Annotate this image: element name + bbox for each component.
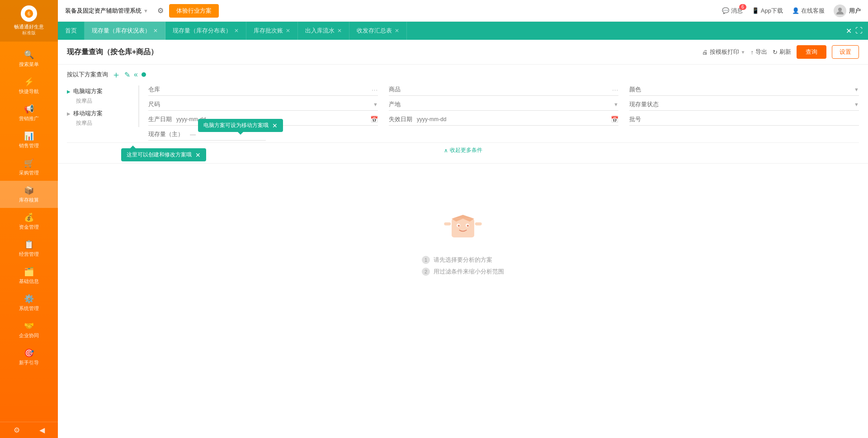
sales-icon: 📊 xyxy=(24,131,34,141)
add-scheme-btn[interactable]: ＋ xyxy=(112,70,121,79)
system-name: 装备及固定资产辅助管理系统 xyxy=(65,7,142,15)
sidebar-item-marketing[interactable]: 📢 营销推广 xyxy=(0,99,58,127)
sidebar-item-label: 企业协同 xyxy=(19,332,39,339)
system-select[interactable]: 装备及固定资产辅助管理系统 ▼ xyxy=(65,7,148,15)
tooltip-scheme-mobile: 电脑方案可设为移动方案哦 ✕ xyxy=(198,119,283,132)
tab-inventory-status[interactable]: 现存量（库存状况表） ✕ xyxy=(85,22,165,40)
scheme-block: ▶ 电脑端方案 按摩品 ▶ 移动端方案 按摩品 xyxy=(67,85,139,127)
tab-inventory-dist[interactable]: 现存量（库存分布表） ✕ xyxy=(165,22,246,40)
export-btn[interactable]: ↑ 导出 xyxy=(751,48,768,56)
print-btn[interactable]: 🖨 按模板打印 ▼ xyxy=(702,48,745,56)
scheme-mobile-label: 移动端方案 xyxy=(73,109,103,118)
page-actions: 🖨 按模板打印 ▼ ↑ 导出 ↻ 刷新 查询 设置 xyxy=(702,45,859,59)
close-icon[interactable]: ✕ xyxy=(337,28,342,34)
inventory-amount-label: 现存量（主） xyxy=(148,130,184,138)
sidebar-item-label: 销售管理 xyxy=(19,142,39,149)
scheme-item-desktop[interactable]: ▶ 电脑端方案 xyxy=(67,85,131,97)
svg-rect-8 xyxy=(444,222,451,226)
scheme-sub-item1[interactable]: 按摩品 xyxy=(67,97,131,105)
message-badge: 6 xyxy=(739,4,746,10)
service-label: 在线客服 xyxy=(801,7,825,15)
size-chevron-btn[interactable]: ▼ xyxy=(373,102,378,107)
page-header: 现存量查询（按仓库+商品） 🖨 按模板打印 ▼ ↑ 导出 ↻ 刷新 xyxy=(58,40,868,65)
purchase-icon: 🛒 xyxy=(24,158,34,168)
color-chevron-btn[interactable]: ▼ xyxy=(854,87,859,92)
filter-grid-area: 仓库 ··· 商品 ··· xyxy=(148,85,859,141)
svg-point-2 xyxy=(838,8,842,11)
app-download-btn[interactable]: 📱 App下载 xyxy=(752,7,783,15)
topbar: 装备及固定资产辅助管理系统 ▼ ⚙ 体验行业方案 💬 消息 6 📱 App下载 … xyxy=(58,0,868,22)
collapse-sidebar-btn[interactable]: ◀ xyxy=(39,426,45,434)
tooltip2-text: 这里可以创建和修改方案哦 xyxy=(127,151,192,159)
tooltip-close-btn[interactable]: ✕ xyxy=(272,122,278,129)
close-icon[interactable]: ✕ xyxy=(286,28,290,34)
tab-inout-flow[interactable]: 出入库流水 ✕ xyxy=(298,22,349,40)
sidebar-item-label: 新手引导 xyxy=(19,359,39,366)
settings-page-btn[interactable]: 设置 xyxy=(832,45,859,59)
operation-icon: 📋 xyxy=(24,240,34,250)
tab-batch-ledger-label: 库存批次账 xyxy=(254,27,283,35)
product-dots-btn[interactable]: ··· xyxy=(612,86,618,93)
tooltip2-close-btn[interactable]: ✕ xyxy=(195,151,201,159)
connector-dot xyxy=(142,72,146,77)
messages-btn[interactable]: 💬 消息 6 xyxy=(722,7,743,15)
expiry-date-input[interactable] xyxy=(417,116,607,122)
close-all-tabs-btn[interactable]: ✕ xyxy=(846,27,852,35)
inventory-status-label: 现存量状态 xyxy=(629,100,659,108)
page-inner: 现存量查询（按仓库+商品） 🖨 按模板打印 ▼ ↑ 导出 ↻ 刷新 xyxy=(58,40,868,438)
sidebar-item-operation[interactable]: 📋 经营管理 xyxy=(0,235,58,262)
color-label: 颜色 xyxy=(629,85,641,94)
online-service-btn[interactable]: 👤 在线客服 xyxy=(792,7,825,15)
hint-number-2: 2 xyxy=(422,268,430,276)
sidebar-item-search[interactable]: 🔍 搜索菜单 xyxy=(0,45,58,72)
topbar-right: 💬 消息 6 📱 App下载 👤 在线客服 用户 xyxy=(722,5,861,17)
close-icon[interactable]: ✕ xyxy=(153,28,158,34)
fullscreen-btn[interactable]: ⛶ xyxy=(855,27,863,35)
sidebar-item-guide[interactable]: 🎯 新手引导 xyxy=(0,344,58,371)
sidebar-item-system[interactable]: ⚙️ 系统管理 xyxy=(0,289,58,316)
tabbar-actions: ✕ ⛶ xyxy=(840,22,868,40)
field-color: 颜色 ▼ xyxy=(629,85,859,96)
main-content: 装备及固定资产辅助管理系统 ▼ ⚙ 体验行业方案 💬 消息 6 📱 App下载 … xyxy=(58,0,868,438)
warehouse-label: 仓库 xyxy=(148,85,160,94)
back-btn[interactable]: « xyxy=(134,71,138,79)
field-warehouse: 仓库 ··· xyxy=(148,85,378,96)
trial-btn[interactable]: 体验行业方案 xyxy=(169,4,219,18)
settings-footer-btn[interactable]: ⚙ xyxy=(14,426,20,434)
origin-chevron-btn[interactable]: ▼ xyxy=(613,102,618,107)
search-btn[interactable]: 查询 xyxy=(797,45,826,59)
sidebar-item-finance[interactable]: 💰 资金管理 xyxy=(0,208,58,235)
tab-home[interactable]: 首页 xyxy=(58,22,85,40)
edit-scheme-btn[interactable]: ✎ xyxy=(124,71,130,79)
tab-batch-ledger[interactable]: 库存批次账 ✕ xyxy=(246,22,298,40)
sidebar-item-label: 采购管理 xyxy=(19,170,39,176)
filter-label: 按以下方案查询 xyxy=(67,71,108,79)
sidebar-item-enterprise[interactable]: 🤝 企业协同 xyxy=(0,316,58,344)
marketing-icon: 📢 xyxy=(24,104,34,114)
sidebar-item-sales[interactable]: 📊 销售管理 xyxy=(0,127,58,154)
close-icon[interactable]: ✕ xyxy=(234,28,239,34)
warehouse-dots-btn[interactable]: ··· xyxy=(372,86,378,93)
tooltip-text: 电脑方案可设为移动方案哦 xyxy=(203,122,269,129)
search-icon: 🔍 xyxy=(24,50,34,60)
user-menu[interactable]: 用户 xyxy=(834,5,861,17)
close-icon[interactable]: ✕ xyxy=(395,28,399,34)
avatar xyxy=(834,5,846,17)
tabbar: 首页 现存量（库存状况表） ✕ 现存量（库存分布表） ✕ 库存批次账 ✕ 出入库… xyxy=(58,22,868,40)
sidebar-item-quicknav[interactable]: ⚡ 快捷导航 xyxy=(0,72,58,99)
export-label: 导出 xyxy=(755,48,767,56)
gear-icon[interactable]: ⚙ xyxy=(157,6,164,15)
inventory-status-chevron-btn[interactable]: ▼ xyxy=(854,102,859,107)
scheme-sub-item2[interactable]: 按摩品 xyxy=(67,119,131,127)
prod-date-calendar-icon[interactable]: 📅 xyxy=(370,116,378,123)
origin-label: 产地 xyxy=(389,100,401,108)
prod-date-label: 生产日期 xyxy=(148,115,172,123)
refresh-btn[interactable]: ↻ 刷新 xyxy=(773,48,791,56)
sidebar-item-inventory[interactable]: 📦 库存核算 xyxy=(0,181,58,208)
batch-label: 批号 xyxy=(629,115,641,123)
expiry-date-calendar-icon[interactable]: 📅 xyxy=(611,116,618,123)
sidebar-item-basic[interactable]: 🗂️ 基础信息 xyxy=(0,262,58,289)
scheme-item-mobile[interactable]: ▶ 移动端方案 xyxy=(67,108,131,119)
tab-collect-summary[interactable]: 收发存汇总表 ✕ xyxy=(349,22,407,40)
sidebar-item-purchase[interactable]: 🛒 采购管理 xyxy=(0,154,58,181)
